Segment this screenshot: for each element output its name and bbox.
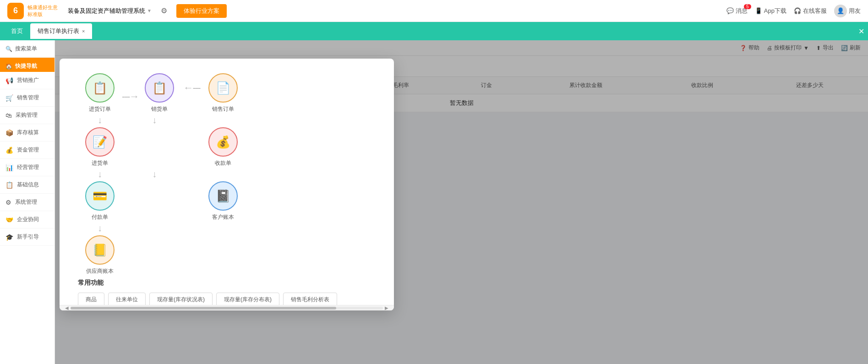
- arrow-down-2: ↓: [98, 169, 102, 179]
- sale-order-label: 销售订单: [212, 105, 234, 113]
- main-layout: 🔍 搜索菜单 🏠 快捷导航 📢 营销推广 🛒 销售管理 🛍 采购管理 📦 库存核…: [0, 40, 868, 364]
- flow-col-right: 📋 销货单 ← - - - 📄 销售订单: [137, 73, 245, 221]
- message-button[interactable]: 💬 消息 5: [726, 7, 748, 15]
- finance-icon: 💰: [5, 147, 13, 154]
- sales-icon: 🛒: [5, 94, 13, 102]
- arrow-down-3: ↓: [98, 223, 102, 234]
- func-btn-product[interactable]: 商品: [78, 293, 104, 305]
- arrow-down-1: ↓: [98, 115, 102, 125]
- inventory-icon: 📦: [5, 129, 13, 136]
- search-icon: 🔍: [5, 46, 12, 52]
- message-icon: 💬: [726, 7, 734, 14]
- sale-slip-label: 销货单: [151, 105, 168, 113]
- func-btn-stock-dist[interactable]: 现存量(库存分布表): [216, 293, 279, 305]
- flow-node-supplier-ledger[interactable]: 📒 供应商账本: [85, 235, 115, 275]
- receipt-circle: 💰: [208, 127, 238, 157]
- flow-node-payment[interactable]: 💳 付款单: [85, 181, 115, 221]
- flow-node-sale-order[interactable]: 📄 销售订单: [208, 73, 238, 113]
- settings-icon[interactable]: ⚙: [161, 6, 167, 15]
- customer-ledger-label: 客户账本: [212, 213, 234, 221]
- tab-home[interactable]: 首页: [4, 23, 30, 39]
- sidebar: 🔍 搜索菜单 🏠 快捷导航 📢 营销推广 🛒 销售管理 🛍 采购管理 📦 库存核…: [0, 40, 55, 364]
- user-avatar: 👤: [834, 5, 847, 17]
- flow-node-purchase-slip[interactable]: 📝 进货单: [85, 127, 115, 167]
- search-menu-item[interactable]: 🔍 搜索菜单: [0, 40, 55, 58]
- dashed-arrow-right: ← - - -: [183, 82, 199, 94]
- header-right: 💬 消息 5 📱 App下载 🎧 在线客服 👤 用友: [726, 5, 861, 17]
- arrow-middle-left: - - - →: [122, 73, 137, 103]
- func-btn-stock-status[interactable]: 现存量(库存状况表): [149, 293, 213, 305]
- online-service-button[interactable]: 🎧 在线客服: [794, 7, 827, 15]
- message-badge: 5: [744, 4, 751, 9]
- modal-body: 📋 进货订单 ↓ 📝 进货单 ↓: [60, 59, 394, 305]
- home-icon: 🏠: [5, 63, 12, 70]
- modal-box: 📋 进货订单 ↓ 📝 进货单 ↓: [60, 59, 394, 310]
- top-header: 6 畅康通好生意 标准版 装备及固定资产辅助管理系统 ▼ ⚙ 体验行业方案 💬 …: [0, 0, 868, 22]
- flow-node-customer-ledger[interactable]: 📓 客户账本: [208, 181, 238, 221]
- purchase-icon: 🛍: [5, 112, 12, 119]
- user-menu[interactable]: 👤 用友: [834, 5, 861, 17]
- sidebar-item-guide[interactable]: 🎓 新手引导: [0, 228, 55, 246]
- scroll-right-arrow[interactable]: ▶: [383, 305, 390, 310]
- phone-icon: 📱: [755, 7, 762, 14]
- tab-bar: 首页 销售订单执行表 × ✕: [0, 22, 868, 40]
- dashed-arrow-left: - - - →: [122, 91, 137, 103]
- flow-node-receipt[interactable]: 💰 收款单: [208, 127, 238, 167]
- common-functions-section: 常用功能 商品 往来单位 现存量(库存状况表) 现存量(库存分布表) 销售毛利分…: [78, 279, 376, 305]
- flow-node-sale-slip[interactable]: 📋 销货单: [145, 73, 174, 113]
- scrollbar-thumb: [71, 307, 336, 310]
- marketing-icon: 📢: [5, 77, 13, 84]
- supplier-ledger-circle: 📒: [85, 235, 115, 265]
- scrollbar-track[interactable]: [71, 307, 383, 310]
- flow-node-customer-wrap: 📓 客户账本: [201, 181, 245, 221]
- flow-row-sale: 📋 销货单 ← - - - 📄 销售订单: [137, 73, 245, 113]
- arrow-down-sale: ↓: [137, 113, 245, 127]
- flow-diagram: 📋 进货订单 ↓ 📝 进货单 ↓: [78, 73, 376, 275]
- func-btn-partner[interactable]: 往来单位: [108, 293, 146, 305]
- purchase-order-label: 进货订单: [89, 105, 111, 113]
- func-buttons-row-1: 商品 往来单位 现存量(库存状况表) 现存量(库存分布表) 销售毛利分析表 商品…: [78, 293, 376, 305]
- modal-scrollbar: ◀ ▶: [60, 305, 394, 310]
- operations-icon: 📊: [5, 164, 13, 171]
- system-icon: ⚙: [5, 199, 11, 206]
- arrow-down-receipt: ↓: [137, 167, 245, 181]
- common-functions-title: 常用功能: [78, 279, 376, 287]
- search-menu-label: 搜索菜单: [15, 45, 37, 53]
- tab-close-icon[interactable]: ×: [82, 28, 85, 34]
- scroll-left-arrow[interactable]: ◀: [63, 305, 71, 310]
- system-title-dropdown[interactable]: 装备及固定资产辅助管理系统 ▼: [68, 7, 152, 15]
- app-download-button[interactable]: 📱 App下载: [755, 7, 786, 15]
- sidebar-item-sales[interactable]: 🛒 销售管理: [0, 89, 55, 107]
- sidebar-item-purchase[interactable]: 🛍 采购管理: [0, 107, 55, 124]
- sidebar-item-enterprise[interactable]: 🤝 企业协同: [0, 211, 55, 228]
- receipt-label: 收款单: [215, 159, 231, 167]
- sidebar-item-marketing[interactable]: 📢 营销推广: [0, 72, 55, 89]
- sidebar-item-system[interactable]: ⚙ 系统管理: [0, 194, 55, 211]
- func-btn-sales-gross[interactable]: 销售毛利分析表: [283, 293, 337, 305]
- purchase-slip-label: 进货单: [92, 159, 108, 167]
- sale-slip-circle: 📋: [145, 73, 174, 103]
- payment-circle: 💳: [85, 181, 115, 211]
- logo-area: 6 畅康通好生意 标准版: [7, 3, 62, 19]
- headset-icon: 🎧: [794, 7, 801, 14]
- quick-nav-section: 🏠 快捷导航: [0, 58, 55, 72]
- logo-icon: 6: [7, 3, 24, 19]
- sidebar-item-operations[interactable]: 📊 经营管理: [0, 159, 55, 176]
- basic-info-icon: 📋: [5, 181, 13, 189]
- sale-order-circle: 📄: [208, 73, 238, 103]
- purchase-slip-circle: 📝: [85, 127, 115, 157]
- system-title: 装备及固定资产辅助管理系统: [68, 7, 145, 15]
- flow-node-receipt-wrap: 💰 收款单: [201, 127, 245, 167]
- sidebar-item-finance[interactable]: 💰 资金管理: [0, 141, 55, 159]
- flow-node-purchase-order[interactable]: 📋 进货订单: [85, 73, 115, 113]
- modal-overlay: 📋 进货订单 ↓ 📝 进货单 ↓: [55, 40, 868, 364]
- logo-text: 畅康通好生意 标准版: [27, 4, 58, 17]
- sidebar-item-inventory[interactable]: 📦 库存核算: [0, 124, 55, 141]
- purchase-order-circle: 📋: [85, 73, 115, 103]
- tab-bar-close-icon[interactable]: ✕: [858, 27, 864, 36]
- payment-label: 付款单: [92, 213, 108, 221]
- try-industry-button[interactable]: 体验行业方案: [176, 4, 227, 18]
- supplier-ledger-label: 供应商账本: [86, 267, 114, 275]
- sidebar-item-basic-info[interactable]: 📋 基础信息: [0, 176, 55, 194]
- tab-sales-order-execution[interactable]: 销售订单执行表 ×: [30, 23, 92, 39]
